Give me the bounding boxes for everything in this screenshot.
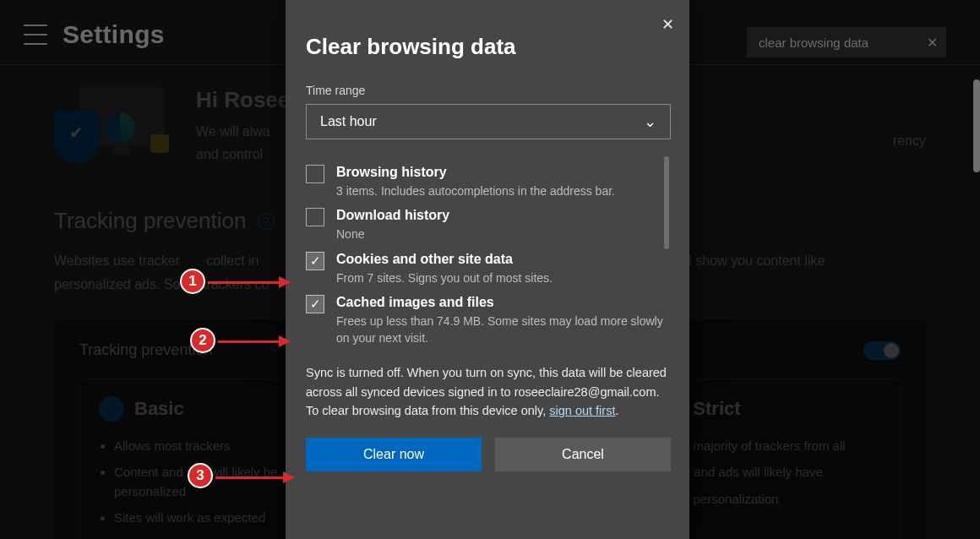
opt-browsing-history-title: Browsing history [336, 165, 671, 180]
time-range-label: Time range [306, 84, 671, 97]
opt-download-history-title: Download history [336, 208, 671, 223]
annotation-badge-1: 1 [180, 269, 205, 294]
sync-note: Sync is turned off. When you turn on syn… [306, 363, 671, 420]
page-scrollbar[interactable] [973, 79, 980, 172]
time-range-value: Last hour [320, 114, 377, 129]
annotation-arrow-2 [218, 340, 289, 343]
clear-browsing-data-dialog: ✕ Clear browsing data Time range Last ho… [286, 0, 689, 539]
annotation-arrow-3 [215, 476, 293, 479]
sync-note-end: . [615, 404, 618, 417]
data-types-list: Browsing history 3 items. Includes autoc… [306, 156, 671, 350]
cancel-button[interactable]: Cancel [495, 438, 671, 471]
clear-now-button[interactable]: Clear now [306, 438, 482, 471]
checkbox-download-history[interactable] [306, 208, 324, 226]
checkbox-browsing-history[interactable] [306, 165, 324, 183]
close-icon[interactable]: ✕ [662, 15, 674, 34]
sign-out-link[interactable]: sign out first [549, 404, 615, 417]
checkbox-cached[interactable]: ✓ [306, 295, 324, 313]
time-range-dropdown[interactable]: Last hour ⌄ [306, 104, 671, 139]
opt-cookies-sub: From 7 sites. Signs you out of most site… [336, 270, 671, 286]
opt-browsing-history-sub: 3 items. Includes autocompletions in the… [336, 182, 671, 199]
opt-cookies-title: Cookies and other site data [336, 252, 671, 267]
opt-cached-sub: Frees up less than 74.9 MB. Some sites m… [336, 313, 671, 347]
dialog-title: Clear browsing data [306, 34, 671, 60]
annotation-arrow-1 [208, 281, 289, 284]
chevron-down-icon: ⌄ [644, 112, 656, 131]
options-scrollbar[interactable] [664, 156, 669, 249]
annotation-badge-3: 3 [188, 463, 213, 488]
opt-download-history-sub: None [336, 226, 671, 242]
checkbox-cookies[interactable]: ✓ [306, 252, 324, 270]
annotation-badge-2: 2 [190, 328, 215, 353]
opt-cached-title: Cached images and files [336, 295, 671, 310]
